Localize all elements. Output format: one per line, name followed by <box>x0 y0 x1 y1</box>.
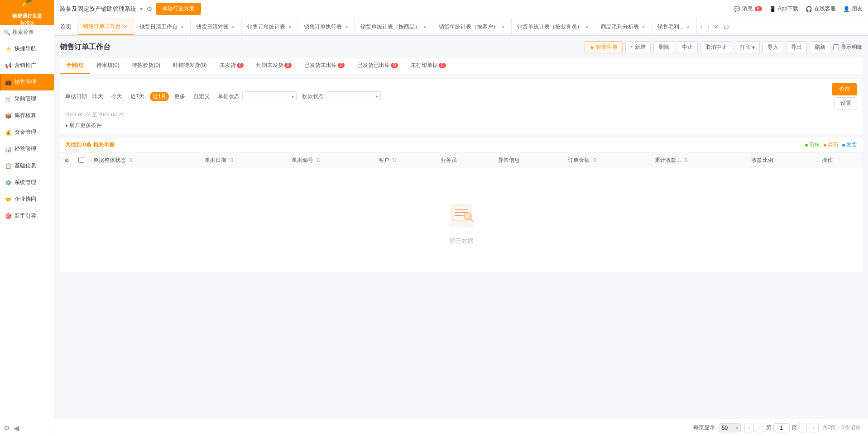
th-customer-sort[interactable]: ⇅ <box>392 157 397 163</box>
action-review-btn[interactable]: 审核 <box>805 141 820 149</box>
sidebar-item-guide[interactable]: 🎯 新手引导 <box>0 208 54 224</box>
collapse-sidebar-icon[interactable]: ◀ <box>14 424 19 432</box>
select-all-checkbox[interactable] <box>78 157 84 163</box>
th-amount-sort[interactable]: ⇅ <box>593 157 597 163</box>
tab-home[interactable]: 首页 <box>54 18 77 35</box>
th-check[interactable] <box>74 153 89 168</box>
delete-btn[interactable]: 删除 <box>653 41 674 53</box>
sidebar-item-purchase[interactable]: 🛒 采购管理 <box>0 90 54 107</box>
page-first-btn[interactable]: « <box>744 423 754 432</box>
inventory-icon: 📦 <box>5 113 12 119</box>
sidebar-item-inventory[interactable]: 📦 库存核算 <box>0 107 54 124</box>
sidebar-item-label: 库存核算 <box>14 112 36 119</box>
setting-btn[interactable]: 设置 <box>834 97 857 109</box>
filter-status-select[interactable] <box>242 91 297 101</box>
tab-cash-reconcile[interactable]: 钱货日清对账 ✕ <box>191 18 242 35</box>
online-service-btn[interactable]: 🎧 在线客服 <box>806 5 836 13</box>
experience-btn[interactable]: 体验行业方案 <box>156 3 201 15</box>
per-page-select[interactable]: 10 20 50 100 <box>719 423 741 432</box>
sub-tab-overdue-not-shipped[interactable]: 到期未发货0 <box>250 58 298 74</box>
page-next-btn[interactable]: › <box>799 423 807 432</box>
filter-payment-select[interactable] <box>326 91 381 101</box>
cancel-stop-btn[interactable]: 取消中止 <box>700 41 732 53</box>
tab-sales-workbench[interactable]: 销售订单工作台 ✕ <box>77 18 134 35</box>
tab-sales-workbench-close[interactable]: ✕ <box>123 24 128 29</box>
action-cancel-btn[interactable]: 弃审 <box>824 141 839 149</box>
sidebar-item-sales[interactable]: 💼 销售管理 <box>0 74 54 90</box>
user-btn[interactable]: 👤 用友 <box>843 5 863 13</box>
sidebar-search[interactable]: 🔍 搜索菜单 <box>0 25 54 40</box>
export-btn[interactable]: 导出 <box>786 41 807 53</box>
tab-sales-summary-product-close[interactable]: ✕ <box>422 24 427 29</box>
tab-cash-daily-close[interactable]: ✕ <box>179 24 185 29</box>
tab-sales-summary-customer-close[interactable]: ✕ <box>500 24 506 29</box>
stop-btn[interactable]: 中止 <box>677 41 698 53</box>
sidebar-item-basic-info[interactable]: 📋 基础信息 <box>0 157 54 174</box>
smart-create-btn[interactable]: ★ 智能生单 <box>585 41 623 53</box>
page-prev-btn[interactable]: ‹ <box>756 423 764 432</box>
th-collected-sort[interactable]: ⇅ <box>684 157 688 163</box>
sub-tab-shipped-not-out[interactable]: 已发货未出库0 <box>298 58 351 74</box>
sub-tab-all[interactable]: 全部(0) <box>60 58 90 74</box>
sub-tab-not-printed[interactable]: 未打印单据0 <box>404 58 452 74</box>
topbar-settings-icon[interactable]: ⚙ <box>146 5 152 13</box>
query-btn[interactable]: 查询 <box>832 83 857 95</box>
tab-sales-summary-product[interactable]: 销货单统计表（按商品） ✕ <box>355 18 433 35</box>
tab-sales-stats[interactable]: 销售订单统计表 ✕ <box>242 18 298 35</box>
tabs-prev-btn[interactable]: ‹ <box>699 23 705 30</box>
th-number-sort[interactable]: ⇅ <box>316 157 321 163</box>
print-btn[interactable]: 打印 ▾ <box>735 41 760 53</box>
show-detail-label[interactable]: 显示明细 <box>833 43 863 51</box>
date-opt-custom[interactable]: 自定义 <box>191 92 212 101</box>
date-opt-yesterday[interactable]: 昨天 <box>90 92 106 101</box>
sub-tab-shipped-out[interactable]: 已发货已出库0 <box>351 58 404 74</box>
sidebar-item-operation[interactable]: 📊 经营管理 <box>0 141 54 157</box>
column-settings-icon[interactable]: ⚙ <box>64 157 69 164</box>
date-opt-7days[interactable]: 近7天 <box>128 92 147 101</box>
sub-tab-not-printed-label: 未打印单据 <box>411 62 438 68</box>
topbar-dropdown-icon[interactable]: ▾ <box>140 6 143 12</box>
tab-sales-summary-staff-close[interactable]: ✕ <box>584 24 590 29</box>
sidebar-item-finance[interactable]: 💰 资金管理 <box>0 124 54 141</box>
tab-gross-profit[interactable]: 商品毛利分析表 ✕ <box>595 18 652 35</box>
tab-sales-stats-close[interactable]: ✕ <box>287 24 293 29</box>
sub-tab-pending-check[interactable]: 待拣验货(0) <box>125 58 167 74</box>
tab-cash-daily[interactable]: 钱货日清工作台 ✕ <box>134 18 191 35</box>
sidebar-item-system[interactable]: ⚙️ 系统管理 <box>0 174 54 191</box>
page-last-btn[interactable]: » <box>809 423 818 432</box>
date-opt-more[interactable]: 更多 <box>172 92 188 101</box>
refresh-btn[interactable]: 刷新 <box>810 41 830 53</box>
date-opt-today[interactable]: 今天 <box>109 92 125 101</box>
sidebar-item-marketing[interactable]: 📢 营销推广 <box>0 57 54 74</box>
th-status-sort[interactable]: ⇅ <box>129 157 133 163</box>
tab-sales-summary-customer[interactable]: 销货单统计表（按客户） ✕ <box>433 18 512 35</box>
tab-sales-exec[interactable]: 销售订单执行表 ✕ <box>298 18 355 35</box>
tab-cash-reconcile-close[interactable]: ✕ <box>230 24 236 29</box>
sidebar-item-enterprise[interactable]: 🤝 企业协同 <box>0 191 54 208</box>
tab-sales-more-close[interactable]: ✕ <box>686 24 691 29</box>
show-detail-checkbox[interactable] <box>833 44 839 50</box>
action-ship-btn[interactable]: 发货 <box>842 141 857 149</box>
th-setting[interactable]: ⚙ <box>60 153 74 168</box>
app-download-btn[interactable]: 📱 App下载 <box>769 5 798 13</box>
new-btn[interactable]: + 新增 <box>625 41 651 53</box>
th-date-sort[interactable]: ⇅ <box>230 157 234 163</box>
date-opt-1month[interactable]: 近1月 <box>150 92 169 101</box>
expand-filter-btn[interactable]: ▾ 展开更多条件 <box>65 122 857 129</box>
th-staff-label: 业务员 <box>441 157 457 163</box>
message-btn[interactable]: 💬 消息 6 <box>734 5 762 13</box>
tabs-expand-btn[interactable]: ⊡ <box>722 23 731 30</box>
sidebar-item-quick-nav[interactable]: ⚡ 快捷导航 <box>0 40 54 57</box>
sub-tab-pending-review[interactable]: 待审核(0) <box>90 58 126 74</box>
tab-sales-exec-close[interactable]: ✕ <box>344 24 349 29</box>
tab-sales-more[interactable]: 销售毛利... ✕ <box>652 18 697 35</box>
sub-tab-not-shipped[interactable]: 未发货0 <box>213 58 250 74</box>
tabs-next-btn[interactable]: › <box>705 23 711 30</box>
settings-bottom-icon[interactable]: ⚙ <box>4 424 10 432</box>
page-input[interactable] <box>773 423 790 432</box>
import-btn[interactable]: 导入 <box>762 41 783 53</box>
tab-sales-summary-staff[interactable]: 销货单统计表（按业务员） ✕ <box>512 18 595 35</box>
tabs-close-all-btn[interactable]: ✕ <box>712 23 721 30</box>
tab-gross-profit-close[interactable]: ✕ <box>641 24 646 29</box>
sub-tab-wangpu-ship[interactable]: 旺铺待发货(0) <box>167 58 213 74</box>
